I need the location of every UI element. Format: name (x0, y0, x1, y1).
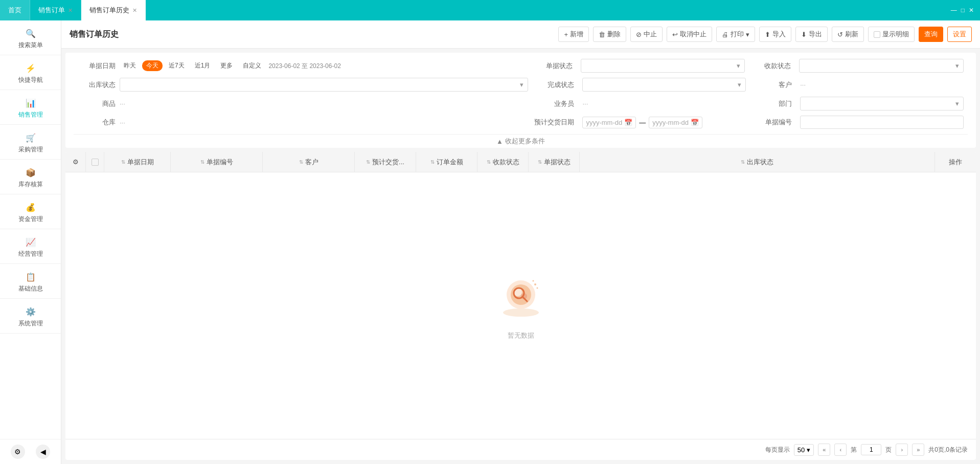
complete-status-filter: ▾ (578, 78, 750, 92)
tab-sales-order[interactable]: 销售订单 ✕ (30, 0, 81, 20)
sidebar-item-sales[interactable]: 📊 销售管理 (0, 90, 61, 125)
base-icon: 📋 (25, 271, 36, 282)
th-amount-sort-icon: ⇅ (430, 159, 435, 165)
add-button[interactable]: + 新增 (558, 27, 589, 42)
tab-sales-order-history-close[interactable]: ✕ (132, 7, 137, 14)
system-icon: ⚙️ (25, 306, 36, 317)
date-today[interactable]: 今天 (142, 60, 163, 71)
date-more[interactable]: 更多 (216, 60, 237, 71)
complete-status-label: 完成状态 (532, 80, 578, 90)
th-amount[interactable]: ⇅ 订单金额 (416, 152, 477, 172)
sidebar-item-search[interactable]: 🔍 搜索菜单 (0, 20, 61, 55)
setting-label: 设置 (953, 30, 966, 39)
sidebar-item-nav[interactable]: ⚡ 快捷导航 (0, 55, 61, 90)
th-out-status-label: 出库状态 (747, 158, 773, 167)
sidebar-item-purchase[interactable]: 🛒 采购管理 (0, 125, 61, 160)
tab-sales-order-history[interactable]: 销售订单历史 ✕ (81, 0, 146, 20)
th-settings[interactable]: ⚙ (65, 152, 86, 172)
purchase-icon: 🛒 (25, 132, 36, 143)
dept-label: 部门 (750, 99, 796, 108)
print-button[interactable]: 🖨 打印 ▾ (716, 27, 755, 42)
goods-ellipsis[interactable]: ··· (120, 100, 125, 107)
cancel-stop-button[interactable]: ↩ 取消中止 (667, 27, 712, 42)
th-expected[interactable]: ⇅ 预计交货... (355, 152, 416, 172)
sidebar-settings-btn[interactable]: ⚙ (11, 445, 25, 459)
out-status-filter: ▾ (120, 78, 532, 92)
export-button[interactable]: ⬇ 导出 (795, 27, 828, 42)
current-page-input[interactable] (861, 444, 881, 455)
th-checkbox[interactable] (86, 152, 104, 172)
warehouse-ellipsis[interactable]: ··· (120, 119, 125, 126)
filter-row-4: 仓库 ··· 预计交货日期 yyyy-mm-dd 📅 — yyyy-mm-dd … (74, 116, 968, 129)
sidebar-item-operation[interactable]: 📈 经营管理 (0, 229, 61, 264)
cancel-stop-label: 取消中止 (680, 30, 706, 39)
per-page-select[interactable]: 50 ▾ (794, 444, 814, 456)
out-status-select[interactable]: ▾ (120, 78, 528, 92)
sidebar-item-finance[interactable]: 💰 资金管理 (0, 194, 61, 229)
date-custom[interactable]: 自定义 (239, 60, 265, 71)
query-button[interactable]: 查询 (919, 27, 943, 42)
delete-icon: 🗑 (599, 31, 605, 38)
th-doc-num[interactable]: ⇅ 单据编号 (171, 152, 263, 172)
th-doc-status[interactable]: ⇅ 单据状态 (529, 152, 580, 172)
th-payment[interactable]: ⇅ 收款状态 (477, 152, 529, 172)
customer-ellipsis[interactable]: ··· (800, 81, 806, 89)
th-customer[interactable]: ⇅ 客户 (263, 152, 355, 172)
import-button[interactable]: ⬆ 导入 (759, 27, 791, 42)
sidebar-item-inventory[interactable]: 📦 库存核算 (0, 160, 61, 194)
window-minimize-btn[interactable]: — (951, 7, 957, 14)
show-detail-button[interactable]: 显示明细 (868, 27, 915, 42)
sales-ellipsis[interactable]: ··· (582, 100, 588, 107)
first-page-btn[interactable]: « (818, 444, 830, 456)
stop-button[interactable]: ⊘ 中止 (630, 27, 663, 42)
collapse-bar[interactable]: ▲ 收起更多条件 (74, 134, 968, 148)
setting-button[interactable]: 设置 (947, 27, 972, 42)
expected-date-to[interactable]: yyyy-mm-dd 📅 (649, 117, 702, 128)
top-tabs: 首页 销售订单 ✕ 销售订单历史 ✕ (0, 0, 945, 20)
print-dropdown-icon: ▾ (746, 31, 749, 38)
sidebar-item-base[interactable]: 📋 基础信息 (0, 264, 61, 299)
window-close-btn[interactable]: ✕ (969, 7, 974, 14)
complete-status-select[interactable]: ▾ (582, 78, 746, 92)
status-select-arrow: ▾ (737, 62, 740, 70)
nav-icon: ⚡ (25, 62, 36, 74)
date-1month[interactable]: 近1月 (191, 60, 215, 71)
expected-date-from[interactable]: yyyy-mm-dd 📅 (582, 117, 636, 128)
date-yesterday[interactable]: 昨天 (120, 60, 140, 71)
th-doc-num-label: 单据编号 (207, 158, 233, 167)
inventory-icon: 📦 (25, 167, 36, 178)
refresh-button[interactable]: ↺ 刷新 (832, 27, 864, 42)
delete-button[interactable]: 🗑 删除 (593, 27, 626, 42)
delete-label: 删除 (607, 30, 621, 39)
operation-icon: 📈 (25, 236, 36, 248)
status-select[interactable]: ▾ (581, 59, 745, 73)
tab-sales-order-close[interactable]: ✕ (68, 7, 73, 14)
cancel-stop-icon: ↩ (672, 31, 678, 38)
prev-page-btn[interactable]: ‹ (834, 444, 847, 456)
pay-status-select[interactable]: ▾ (799, 59, 964, 73)
filter-row-1: 单据日期 昨天 今天 近7天 近1月 更多 自定义 2023-06-02 至 2… (74, 59, 968, 73)
date-range-text: 2023-06-02 至 2023-06-02 (268, 62, 340, 71)
expected-date-from-text: yyyy-mm-dd (586, 119, 622, 126)
window-maximize-btn[interactable]: □ (961, 7, 965, 14)
last-page-btn[interactable]: » (912, 444, 924, 456)
sales-icon: 📊 (25, 97, 36, 108)
header-checkbox[interactable] (92, 159, 99, 166)
th-out-status[interactable]: ⇅ 出库状态 (580, 152, 935, 172)
th-date[interactable]: ⇅ 单据日期 (104, 152, 171, 172)
dept-select[interactable]: ▾ (800, 97, 964, 111)
th-date-sort-icon: ⇅ (121, 159, 125, 165)
tab-home[interactable]: 首页 (0, 0, 30, 20)
status-label: 单据状态 (531, 61, 577, 71)
date-7days[interactable]: 近7天 (165, 60, 189, 71)
sidebar-item-system[interactable]: ⚙️ 系统管理 (0, 299, 61, 334)
table-header: ⚙ ⇅ 单据日期 ⇅ 单据编号 ⇅ 客户 ⇅ (65, 152, 976, 172)
doc-num-input[interactable] (800, 116, 964, 129)
total-label: 共0页,0条记录 (928, 446, 968, 454)
search-icon: 🔍 (25, 28, 36, 39)
next-page-btn[interactable]: › (896, 444, 908, 456)
warehouse-filter: ··· (120, 119, 532, 126)
per-page-value: 50 (797, 446, 805, 454)
sidebar-item-nav-label: 快捷导航 (18, 76, 43, 84)
sidebar-collapse-btn[interactable]: ◀ (36, 445, 50, 459)
